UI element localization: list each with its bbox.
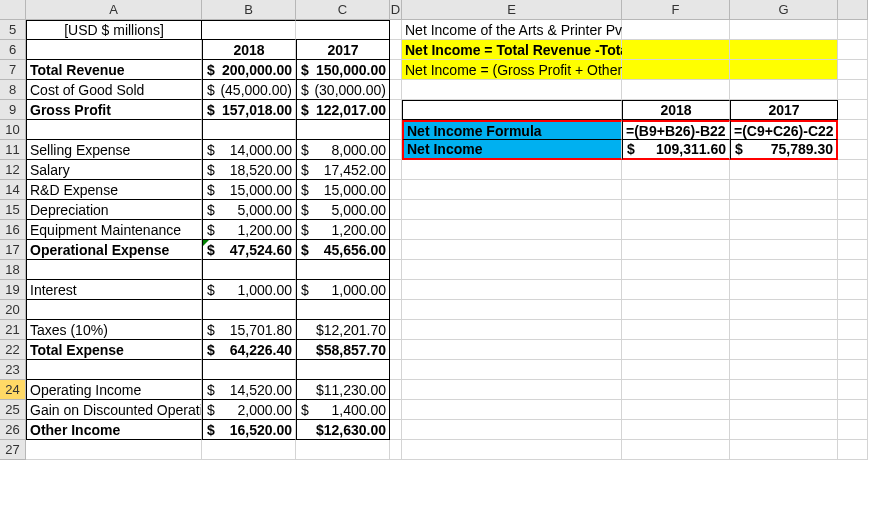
cell-G8[interactable]: [730, 80, 838, 100]
cell-D26[interactable]: [390, 420, 402, 440]
cell-blank22[interactable]: [838, 340, 868, 360]
cell-E20[interactable]: [402, 300, 622, 320]
row-header[interactable]: 21: [0, 320, 26, 340]
cell-G9[interactable]: 2017: [730, 100, 838, 120]
cell-F16[interactable]: [622, 220, 730, 240]
cell-D17[interactable]: [390, 240, 402, 260]
row-header[interactable]: 24: [0, 380, 26, 400]
cell-D11[interactable]: [390, 140, 402, 160]
cell-D5[interactable]: [390, 20, 402, 40]
cell-B5[interactable]: [202, 20, 296, 40]
cell-C20[interactable]: [296, 300, 390, 320]
cell-F24[interactable]: [622, 380, 730, 400]
row-header[interactable]: 25: [0, 400, 26, 420]
cell-D18[interactable]: [390, 260, 402, 280]
cell-E12[interactable]: [402, 160, 622, 180]
cell-B18[interactable]: [202, 260, 296, 280]
cell-B22[interactable]: $64,226.40: [202, 340, 296, 360]
cell-B25[interactable]: $2,000.00: [202, 400, 296, 420]
row-header[interactable]: 27: [0, 440, 26, 460]
cell-G10[interactable]: =(C9+C26)-C22: [730, 120, 838, 140]
cell-G12[interactable]: [730, 160, 838, 180]
cell-blank18[interactable]: [838, 260, 868, 280]
cell-B9[interactable]: $157,018.00: [202, 100, 296, 120]
cell-A11[interactable]: Selling Expense: [26, 140, 202, 160]
row-header[interactable]: 9: [0, 100, 26, 120]
cell-C25[interactable]: $1,400.00: [296, 400, 390, 420]
cell-A15[interactable]: Depreciation: [26, 200, 202, 220]
cell-C18[interactable]: [296, 260, 390, 280]
cell-D14[interactable]: [390, 180, 402, 200]
cell-G23[interactable]: [730, 360, 838, 380]
cell-E16[interactable]: [402, 220, 622, 240]
cell-C7[interactable]: $150,000.00: [296, 60, 390, 80]
col-header-B[interactable]: B: [202, 0, 296, 20]
cell-G19[interactable]: [730, 280, 838, 300]
cell-F17[interactable]: [622, 240, 730, 260]
cell-A7[interactable]: Total Revenue: [26, 60, 202, 80]
cell-F6[interactable]: [622, 40, 730, 60]
cell-F15[interactable]: [622, 200, 730, 220]
cell-B26[interactable]: $16,520.00: [202, 420, 296, 440]
cell-D20[interactable]: [390, 300, 402, 320]
cell-D16[interactable]: [390, 220, 402, 240]
cell-C15[interactable]: $5,000.00: [296, 200, 390, 220]
cell-blank24[interactable]: [838, 380, 868, 400]
cell-G27[interactable]: [730, 440, 838, 460]
cell-C27[interactable]: [296, 440, 390, 460]
row-header[interactable]: 12: [0, 160, 26, 180]
cell-C9[interactable]: $122,017.00: [296, 100, 390, 120]
cell-A12[interactable]: Salary: [26, 160, 202, 180]
cell-E25[interactable]: [402, 400, 622, 420]
cell-D24[interactable]: [390, 380, 402, 400]
cell-F11[interactable]: $109,311.60: [622, 140, 730, 160]
cell-C24[interactable]: $11,230.00: [296, 380, 390, 400]
spreadsheet-grid[interactable]: A B C D E F G 5 [USD $ millions] Net Inc…: [0, 0, 883, 460]
cell-A17[interactable]: Operational Expense: [26, 240, 202, 260]
cell-D9[interactable]: [390, 100, 402, 120]
cell-D25[interactable]: [390, 400, 402, 420]
cell-B16[interactable]: $1,200.00: [202, 220, 296, 240]
cell-B10[interactable]: [202, 120, 296, 140]
cell-B14[interactable]: $15,000.00: [202, 180, 296, 200]
cell-G7[interactable]: [730, 60, 838, 80]
row-header[interactable]: 7: [0, 60, 26, 80]
cell-D22[interactable]: [390, 340, 402, 360]
cell-B15[interactable]: $5,000.00: [202, 200, 296, 220]
cell-B6[interactable]: 2018: [202, 40, 296, 60]
cell-F20[interactable]: [622, 300, 730, 320]
cell-F26[interactable]: [622, 420, 730, 440]
cell-G16[interactable]: [730, 220, 838, 240]
cell-G24[interactable]: [730, 380, 838, 400]
row-header[interactable]: 20: [0, 300, 26, 320]
col-header-C[interactable]: C: [296, 0, 390, 20]
cell-F23[interactable]: [622, 360, 730, 380]
cell-C26[interactable]: $12,630.00: [296, 420, 390, 440]
cell-A8[interactable]: Cost of Good Sold: [26, 80, 202, 100]
cell-E22[interactable]: [402, 340, 622, 360]
cell-blank25[interactable]: [838, 400, 868, 420]
cell-B20[interactable]: [202, 300, 296, 320]
cell-E7[interactable]: Net Income = (Gross Profit + Other Incom…: [402, 60, 622, 80]
cell-A16[interactable]: Equipment Maintenance: [26, 220, 202, 240]
corner-cell[interactable]: [0, 0, 26, 20]
cell-blank23[interactable]: [838, 360, 868, 380]
col-header-F[interactable]: F: [622, 0, 730, 20]
cell-F19[interactable]: [622, 280, 730, 300]
cell-G6[interactable]: [730, 40, 838, 60]
cell-blank17[interactable]: [838, 240, 868, 260]
cell-blank12[interactable]: [838, 160, 868, 180]
cell-C21[interactable]: $12,201.70: [296, 320, 390, 340]
cell-F7[interactable]: [622, 60, 730, 80]
cell-A27[interactable]: [26, 440, 202, 460]
row-header[interactable]: 26: [0, 420, 26, 440]
cell-A24[interactable]: Operating Income: [26, 380, 202, 400]
cell-G26[interactable]: [730, 420, 838, 440]
cell-D23[interactable]: [390, 360, 402, 380]
cell-D19[interactable]: [390, 280, 402, 300]
cell-C10[interactable]: [296, 120, 390, 140]
cell-E6[interactable]: Net Income = Total Revenue -Total Expens…: [402, 40, 622, 60]
cell-A18[interactable]: [26, 260, 202, 280]
cell-F22[interactable]: [622, 340, 730, 360]
row-header[interactable]: 15: [0, 200, 26, 220]
